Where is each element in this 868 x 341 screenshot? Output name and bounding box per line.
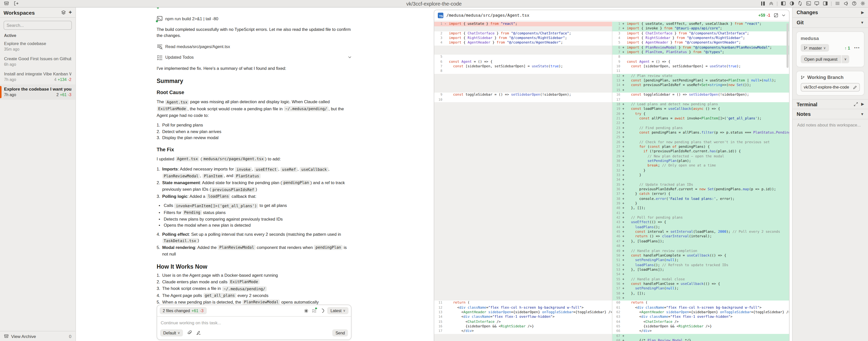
workspace-time: 7h ago bbox=[4, 78, 16, 82]
chevron-down-icon[interactable] bbox=[347, 55, 351, 59]
list-item: 4.Polling effect: Set up a polling inter… bbox=[157, 231, 351, 244]
working-branch-input[interactable]: vk/3ccf-explore-the-code bbox=[801, 83, 860, 92]
diff-old-column: 1-import { useState } from "react";2impo… bbox=[434, 22, 612, 341]
message-composer: 2 files changed +61 -3 Latest∨ Continue … bbox=[157, 305, 351, 340]
diff-row bbox=[434, 211, 612, 216]
sparkle-icon[interactable] bbox=[304, 308, 308, 313]
changes-section-header[interactable]: Changes▶ bbox=[793, 8, 868, 18]
list-item: 1.User is on the Agent page with a Docke… bbox=[157, 273, 351, 279]
diff-row: 8 bbox=[434, 69, 612, 74]
expand-icon[interactable] bbox=[854, 102, 858, 106]
diff-row: 59+ bbox=[612, 296, 789, 301]
typescript-file-icon: TS bbox=[438, 13, 443, 18]
settings-gear-icon[interactable] bbox=[860, 1, 865, 6]
workspace-search-input[interactable]: Search... bbox=[4, 21, 72, 30]
terminal-section-header[interactable]: Terminal ▶ bbox=[793, 99, 868, 109]
panel-left-icon[interactable] bbox=[781, 1, 786, 6]
theme-contrast-icon[interactable] bbox=[789, 1, 794, 6]
todo-list-icon[interactable] bbox=[312, 308, 317, 313]
diff-row bbox=[434, 216, 612, 220]
tool-call-row[interactable]: Read medusa/src/pages/Agent.tsx bbox=[157, 44, 351, 50]
workspace-item[interactable]: Explore the codebase I want you to exp7h… bbox=[0, 85, 75, 100]
inline-code: PlanItem bbox=[202, 174, 224, 179]
workspace-title: Explore the codebase I want you to exp bbox=[4, 87, 71, 92]
view-archive-button[interactable]: View Archive 0 bbox=[0, 331, 75, 341]
diff-row: 15+ bbox=[612, 88, 789, 93]
diff-row: 6const Agent = () => { bbox=[434, 60, 612, 64]
diff-row bbox=[434, 192, 612, 197]
bullet-list: •Calls invoke<PlanItem[]>('get_all_plans… bbox=[157, 203, 351, 228]
title-bar: vk/3ccf-explore-the-code bbox=[0, 0, 868, 8]
workspace-item[interactable]: Install and integrate Vibe Kanban Web C7… bbox=[0, 69, 75, 85]
pr-dropdown-caret[interactable]: ∨ bbox=[842, 55, 849, 63]
diff-row: 14+ const previousPlanIdsRef = useRef<Se… bbox=[612, 83, 789, 88]
monitor-icon[interactable] bbox=[814, 1, 819, 6]
chat-input[interactable]: Continue working on this task... bbox=[157, 317, 351, 327]
diff-row: 24+ const pendingPlans = allPlans.filter… bbox=[612, 130, 789, 135]
more-options-icon[interactable]: ••• bbox=[854, 45, 860, 50]
double-chevron-up-icon[interactable] bbox=[769, 1, 773, 6]
file-icon bbox=[49, 78, 53, 82]
new-workspace-button[interactable]: + bbox=[69, 10, 72, 15]
workspace-item[interactable]: Create Good First Issues on Github So p6… bbox=[0, 54, 75, 69]
diff-row: 7 const [sidebarOpen, setSidebarOpen] = … bbox=[434, 64, 612, 69]
heading: Summary bbox=[157, 78, 351, 84]
open-pull-request-button[interactable]: Open pull request bbox=[801, 55, 841, 63]
archive-icon[interactable] bbox=[4, 1, 9, 6]
diff-row: 19+ const loadPlans = useCallback(async … bbox=[612, 107, 789, 112]
diff-row: 43+ useEffect(() => { bbox=[612, 220, 789, 225]
diff-row bbox=[434, 154, 612, 159]
diff-row: 52+ loadPlans(); // Refresh to update tr… bbox=[612, 263, 789, 268]
edit-pencil-icon[interactable] bbox=[853, 85, 857, 89]
diff-row bbox=[434, 230, 612, 235]
diff-row: 8 bbox=[612, 55, 789, 60]
diff-row: 66 </div> bbox=[612, 329, 789, 334]
panel-right-icon[interactable] bbox=[823, 1, 828, 6]
file-icon bbox=[52, 93, 55, 97]
branch-dropdown[interactable]: master∨ bbox=[801, 44, 829, 52]
tool-call-row[interactable]: npm run build 2>&1 | tail -80 bbox=[157, 16, 351, 21]
inline-code: PlanStatus bbox=[235, 174, 261, 179]
files-changed-chip[interactable]: 2 files changed +61 -3 bbox=[160, 307, 207, 314]
send-button[interactable]: Send bbox=[333, 329, 348, 336]
attachment-icon[interactable] bbox=[187, 331, 192, 335]
inline-code: PlanReviewModal bbox=[162, 174, 200, 179]
removed-count: -2 bbox=[68, 78, 71, 82]
collapse-chevron-icon[interactable] bbox=[781, 13, 785, 18]
diff-row: 31+ break; // Only open one at a time bbox=[612, 164, 789, 168]
diff-row bbox=[434, 121, 612, 126]
layers-icon[interactable] bbox=[61, 10, 66, 15]
terminal-icon[interactable] bbox=[806, 1, 811, 6]
megaphone-icon[interactable] bbox=[843, 1, 848, 6]
pause-icon[interactable] bbox=[761, 2, 765, 6]
lines-removed: -3 bbox=[200, 308, 204, 313]
diff-row: 10 bbox=[434, 97, 612, 102]
inline-code: invoke<PlanItem[]>('get_all_plans') bbox=[174, 203, 258, 208]
sign-out-icon[interactable] bbox=[13, 1, 18, 6]
workspace-item[interactable]: Explore the codebase35m ago bbox=[0, 39, 75, 54]
diff-row bbox=[434, 150, 612, 154]
tool-call-row[interactable]: Updated Todos bbox=[157, 55, 351, 60]
inline-code: Agent.tsx bbox=[176, 156, 199, 161]
menu-icon[interactable] bbox=[835, 1, 840, 6]
removed-count: -3 bbox=[68, 93, 71, 97]
paragraph: I've implemented the fix. Here's a summa… bbox=[157, 65, 351, 71]
help-icon[interactable] bbox=[852, 1, 857, 6]
notes-section-header[interactable]: Notes▼ bbox=[793, 109, 868, 119]
split-view-icon[interactable] bbox=[774, 13, 778, 18]
pen-icon[interactable] bbox=[196, 331, 201, 335]
notes-input[interactable]: Add notes about this workspace... bbox=[793, 119, 868, 130]
diff-row: 11 return ( bbox=[434, 301, 612, 306]
git-compare-icon[interactable] bbox=[798, 1, 802, 6]
diff-row bbox=[434, 107, 612, 112]
ordered-list: 1.Imports: Added necessary imports for i… bbox=[157, 166, 351, 200]
version-dropdown[interactable]: Latest∨ bbox=[328, 307, 348, 314]
screen: vk/3ccf-explore-the-code Workspaces bbox=[0, 0, 868, 341]
model-dropdown[interactable]: Default∨ bbox=[160, 329, 183, 336]
diff-row bbox=[434, 79, 612, 83]
inline-code: ExitPlanMode bbox=[157, 106, 188, 111]
diff-row: 41+ bbox=[612, 211, 789, 216]
workspace-list: Explore the codebase35m agoCreate Good F… bbox=[0, 39, 75, 100]
diff-scrollbar[interactable] bbox=[786, 23, 788, 68]
git-section-header[interactable]: Git▼ bbox=[793, 18, 868, 28]
